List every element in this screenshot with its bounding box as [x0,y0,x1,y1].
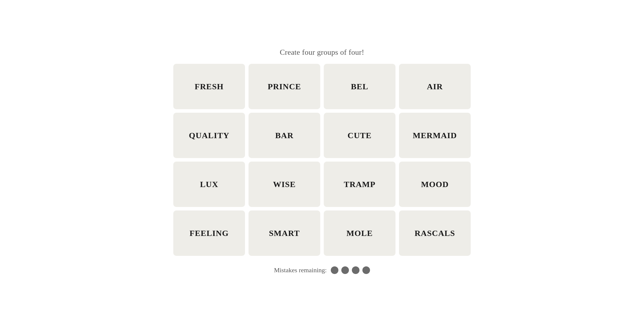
tile-label-cute: CUTE [347,131,371,140]
dots-container [331,266,370,274]
tile-label-bel: BEL [351,82,368,91]
tile-label-quality: QUALITY [189,131,229,140]
mistake-dot-2 [341,266,349,274]
tile-smart[interactable]: SMART [249,210,320,256]
tile-label-bar: BAR [275,131,293,140]
tile-label-rascals: RASCALS [415,229,455,238]
tile-label-smart: SMART [269,229,300,238]
tile-fresh[interactable]: FRESH [173,64,245,109]
tile-label-tramp: TRAMP [344,180,375,189]
tile-label-lux: LUX [200,180,218,189]
tile-mole[interactable]: MOLE [324,210,395,256]
tile-label-mermaid: MERMAID [413,131,457,140]
tile-label-air: AIR [427,82,443,91]
tile-label-wise: WISE [273,180,296,189]
tile-label-feeling: FEELING [190,229,229,238]
mistake-dot-4 [362,266,370,274]
tile-wise[interactable]: WISE [249,162,320,207]
tile-prince[interactable]: PRINCE [249,64,320,109]
tile-bar[interactable]: BAR [249,113,320,158]
tile-label-prince: PRINCE [268,82,301,91]
tile-mood[interactable]: MOOD [399,162,471,207]
tile-label-mood: MOOD [421,180,449,189]
tile-quality[interactable]: QUALITY [173,113,245,158]
mistake-dot-3 [352,266,359,274]
tile-mermaid[interactable]: MERMAID [399,113,471,158]
tile-lux[interactable]: LUX [173,162,245,207]
tile-label-fresh: FRESH [195,82,224,91]
mistakes-label: Mistakes remaining: [274,266,327,274]
mistake-dot-1 [331,266,338,274]
tile-rascals[interactable]: RASCALS [399,210,471,256]
tile-grid: FRESHPRINCEBELAIRQUALITYBARCUTEMERMAIDLU… [173,64,471,256]
tile-air[interactable]: AIR [399,64,471,109]
game-container: Create four groups of four! FRESHPRINCEB… [161,48,483,274]
tile-label-mole: MOLE [346,229,373,238]
tile-bel[interactable]: BEL [324,64,395,109]
mistakes-row: Mistakes remaining: [274,266,370,274]
game-subtitle: Create four groups of four! [280,48,364,57]
tile-cute[interactable]: CUTE [324,113,395,158]
tile-tramp[interactable]: TRAMP [324,162,395,207]
tile-feeling[interactable]: FEELING [173,210,245,256]
